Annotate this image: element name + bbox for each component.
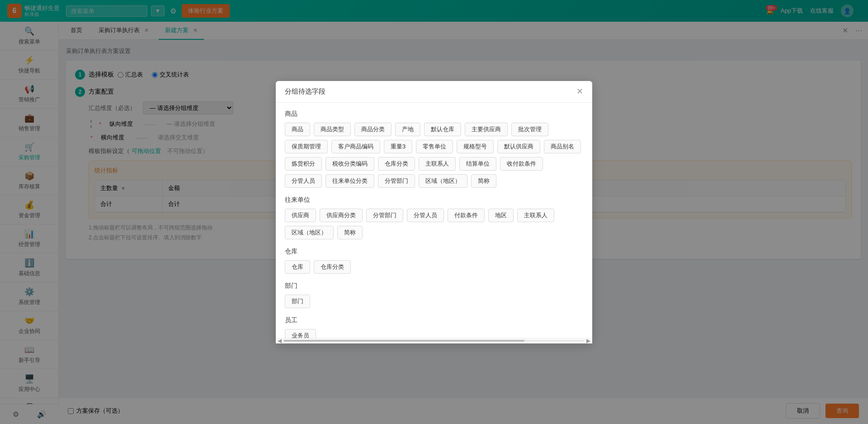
field-tag-0-16[interactable]: 仓库分类 xyxy=(378,157,415,171)
field-tag-0-14[interactable]: 炼货积分 xyxy=(285,157,322,171)
field-tag-1-1[interactable]: 供应商分类 xyxy=(320,209,363,222)
field-tag-0-11[interactable]: 规格型号 xyxy=(457,140,494,153)
modal-footer-scrollbar[interactable]: ◀ ▶ xyxy=(276,338,592,343)
field-tag-0-24[interactable]: 简称 xyxy=(471,174,496,188)
field-tag-1-8[interactable]: 简称 xyxy=(337,226,363,239)
modal-header: 分组待选字段 ✕ xyxy=(276,81,592,103)
field-tag-0-3[interactable]: 产地 xyxy=(395,123,420,136)
modal-section-2: 仓库仓库仓库分类 xyxy=(285,248,583,274)
field-tags-2: 仓库仓库分类 xyxy=(285,260,583,274)
section-title-1: 往来单位 xyxy=(285,196,583,204)
section-title-2: 仓库 xyxy=(285,248,583,256)
field-tag-0-12[interactable]: 默认供应商 xyxy=(497,140,540,153)
field-tags-4: 业务员 xyxy=(285,329,583,338)
field-tag-1-6[interactable]: 主联系人 xyxy=(517,209,554,222)
field-tag-1-3[interactable]: 分管人员 xyxy=(407,209,444,222)
field-tag-0-19[interactable]: 收付款条件 xyxy=(500,157,543,171)
field-tag-1-7[interactable]: 区域（地区） xyxy=(285,226,334,239)
field-tag-2-0[interactable]: 仓库 xyxy=(285,260,310,274)
field-tag-0-9[interactable]: 重量3 xyxy=(384,140,412,153)
modal-body: 商品商品商品类型商品分类产地默认仓库主要供应商批次管理保质期管理客户商品编码重量… xyxy=(276,103,592,338)
section-title-4: 员工 xyxy=(285,316,583,324)
modal-title: 分组待选字段 xyxy=(285,87,326,96)
field-tag-0-8[interactable]: 客户商品编码 xyxy=(331,140,380,153)
field-tag-0-18[interactable]: 结算单位 xyxy=(459,157,496,171)
field-tag-0-2[interactable]: 商品分类 xyxy=(354,123,392,136)
field-tag-0-22[interactable]: 分管部门 xyxy=(378,174,415,188)
field-tag-0-4[interactable]: 默认仓库 xyxy=(424,123,461,136)
field-tag-0-6[interactable]: 批次管理 xyxy=(511,123,548,136)
field-tag-1-2[interactable]: 分管部门 xyxy=(366,209,403,222)
field-tags-1: 供应商供应商分类分管部门分管人员付款条件地区主联系人区域（地区）简称 xyxy=(285,209,583,239)
field-tag-0-15[interactable]: 税收分类编码 xyxy=(326,157,374,171)
modal-section-4: 员工业务员 xyxy=(285,316,583,338)
section-title-0: 商品 xyxy=(285,110,583,118)
modal-section-0: 商品商品商品类型商品分类产地默认仓库主要供应商批次管理保质期管理客户商品编码重量… xyxy=(285,110,583,188)
field-tag-0-23[interactable]: 区域（地区） xyxy=(419,174,467,188)
field-tag-0-10[interactable]: 零售单位 xyxy=(416,140,453,153)
field-tag-0-5[interactable]: 主要供应商 xyxy=(465,123,508,136)
field-tag-1-0[interactable]: 供应商 xyxy=(285,209,316,222)
section-title-3: 部门 xyxy=(285,282,583,290)
modal-close-icon[interactable]: ✕ xyxy=(576,87,583,95)
field-tag-1-5[interactable]: 地区 xyxy=(488,209,514,222)
field-tag-4-0[interactable]: 业务员 xyxy=(285,329,316,338)
field-tag-3-0[interactable]: 部门 xyxy=(285,295,310,308)
horizontal-scrollbar-thumb xyxy=(283,340,524,342)
modal-overlay: 分组待选字段 ✕ 商品商品商品类型商品分类产地默认仓库主要供应商批次管理保质期管… xyxy=(0,0,868,424)
field-tag-0-17[interactable]: 主联系人 xyxy=(419,157,456,171)
modal-section-1: 往来单位供应商供应商分类分管部门分管人员付款条件地区主联系人区域（地区）简称 xyxy=(285,196,583,239)
field-tag-0-21[interactable]: 往来单位分类 xyxy=(326,174,374,188)
horizontal-scrollbar-track xyxy=(283,340,585,342)
field-selection-modal: 分组待选字段 ✕ 商品商品商品类型商品分类产地默认仓库主要供应商批次管理保质期管… xyxy=(276,81,592,343)
field-tag-1-4[interactable]: 付款条件 xyxy=(448,209,485,222)
field-tag-0-0[interactable]: 商品 xyxy=(285,123,310,136)
field-tags-3: 部门 xyxy=(285,295,583,308)
field-tags-0: 商品商品类型商品分类产地默认仓库主要供应商批次管理保质期管理客户商品编码重量3零… xyxy=(285,123,583,188)
modal-section-3: 部门部门 xyxy=(285,282,583,308)
field-tag-0-13[interactable]: 商品别名 xyxy=(544,140,581,153)
field-tag-0-20[interactable]: 分管人员 xyxy=(285,174,322,188)
field-tag-0-1[interactable]: 商品类型 xyxy=(314,123,351,136)
field-tag-0-7[interactable]: 保质期管理 xyxy=(285,140,328,153)
field-tag-2-1[interactable]: 仓库分类 xyxy=(314,260,351,274)
